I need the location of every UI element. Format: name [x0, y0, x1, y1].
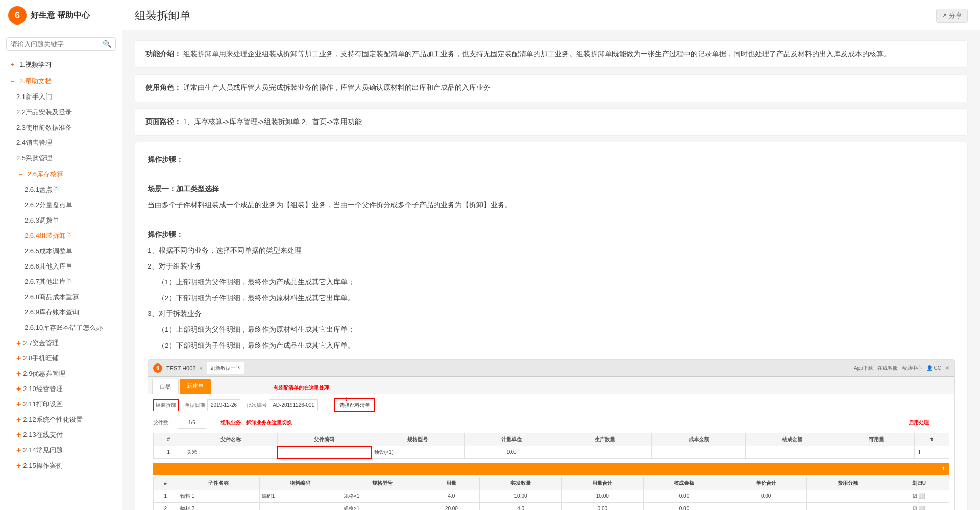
- sim-type-label: 组装拆卸: [153, 399, 179, 411]
- sidebar-item-2-6-1[interactable]: 2.6.1盘点单: [0, 182, 122, 198]
- sim-lower-th-6: 用量合计: [561, 477, 643, 490]
- sim-upper-table: # 父件名称 父件编码 规格型号 计量单位 生产数量 成本金额 核成金额 可用量…: [153, 433, 949, 459]
- sim-upper-th-6: 成本金额: [652, 433, 745, 446]
- sidebar-item-2-6-10-label: 2.6.10库存账本错了怎么办: [24, 323, 103, 332]
- sidebar-item-2-6-6-label: 2.6.6其他入库单: [24, 262, 72, 271]
- sim-lr-2-6: 0.00: [561, 502, 643, 510]
- plus-icon-2-9: +: [16, 369, 21, 378]
- sidebar-item-2-2[interactable]: 2.2产品安装及登录: [0, 105, 122, 120]
- sidebar-item-2-6-label: 2.6库存核算: [28, 169, 63, 179]
- sidebar-item-2-6-7[interactable]: 2.6.7其他出库单: [0, 274, 122, 289]
- sidebar-item-2-11-label: 2.11打印设置: [23, 400, 62, 409]
- sim-lr-2-3: 规格×1: [341, 502, 423, 510]
- sidebar-item-2-9[interactable]: + 2.9优惠券管理: [0, 366, 122, 381]
- sim-lower-th-8: 单价合计: [725, 477, 807, 490]
- minus-icon-2: −: [8, 77, 16, 85]
- sidebar-item-2-5[interactable]: 2.5采购管理: [0, 151, 122, 166]
- sidebar-item-2-6-4[interactable]: 2.6.4组装拆卸单: [0, 228, 122, 244]
- sidebar-item-2-6[interactable]: − 2.6库存核算: [0, 166, 122, 182]
- sim-upper-th-0: #: [154, 433, 184, 446]
- sidebar-item-2-8-label: 2.8手机旺铺: [23, 354, 59, 363]
- sidebar-item-2-10-label: 2.10经营管理: [23, 384, 62, 394]
- sidebar-item-2-6-9-label: 2.6.9库存账本查询: [24, 308, 79, 317]
- sim-upper-td-1-6: [652, 446, 745, 459]
- sidebar-item-2-6-5[interactable]: 2.6.5成本调整单: [0, 244, 122, 259]
- sim-type-field: 组装拆卸: [153, 399, 179, 411]
- sidebar-item-2-6-10[interactable]: 2.6.10库存账本错了怎么办: [0, 320, 122, 335]
- sim-upper-row-1: 1 关米 预设(×1) 10.0 ⬆: [154, 446, 949, 459]
- sidebar-item-2-3[interactable]: 2.3使用前数据准备: [0, 120, 122, 135]
- sidebar-item-2-11[interactable]: + 2.11打印设置: [0, 397, 122, 412]
- sim-count-value: 1/6: [178, 417, 206, 429]
- sidebar-item-2-15[interactable]: + 2.15操作案例: [0, 458, 122, 473]
- sim-title-left: 6 TEST-H002 ▾ 刷新数据一下: [153, 362, 244, 374]
- sim-lr-2-1: 物料 2: [178, 502, 259, 510]
- sim-order-field: 批次编号 AD-20191226-001: [247, 399, 318, 411]
- intro-label: 功能介绍：: [145, 50, 181, 58]
- sidebar-item-2-14[interactable]: + 2.14常见问题: [0, 443, 122, 458]
- sim-lr-1-2: 编码1: [259, 490, 341, 502]
- sim-date-label: 单据日期: [185, 400, 205, 410]
- scenario-heading: 场景一：加工类型选择: [148, 185, 219, 193]
- sim-lower-th-5: 实发数量: [480, 477, 561, 490]
- sidebar-item-1[interactable]: + 1.视频学习: [0, 57, 122, 73]
- sidebar-item-2-2-label: 2.2产品安装及登录: [16, 108, 72, 117]
- sim-upper-td-1-2: [277, 446, 371, 459]
- sidebar-item-2-13[interactable]: + 2.13在线支付: [0, 427, 122, 443]
- sim-lower-th-7: 核成金额: [643, 477, 725, 490]
- sim-lr-2-7: 0.00: [643, 502, 725, 510]
- sim-center-label: 帮助中心: [902, 363, 922, 373]
- sidebar-item-2-12[interactable]: + 2.12系统个性化设置: [0, 412, 122, 427]
- sidebar-item-2-6-5-label: 2.6.5成本调整单: [24, 247, 72, 256]
- sidebar-item-2-4[interactable]: 2.4销售管理: [0, 135, 122, 151]
- step3-sub2: （2）下部明细为子件明细，最终作为产成品生成其它入库单。: [148, 338, 955, 352]
- sim-lr-1-0: 1: [154, 490, 178, 502]
- sim-logo: 6: [153, 363, 162, 373]
- sim-tab-natural: 自然: [152, 379, 179, 394]
- sidebar-item-2-1[interactable]: 2.1新手入门: [0, 89, 122, 105]
- sim-lower-header-bar: ⬆: [153, 463, 949, 475]
- sim-anno3-label: 组装业务、拆卸业务在这里切换: [220, 418, 292, 428]
- sim-upper-th-5: 生产数量: [558, 433, 652, 446]
- sim-lr-2-2: [259, 502, 341, 510]
- sidebar-item-2-6-3[interactable]: 2.6.3调拨单: [0, 213, 122, 228]
- sidebar-item-2-6-6[interactable]: 2.6.6其他入库单: [0, 259, 122, 274]
- sim-lr-2-9: [807, 502, 889, 510]
- sim-lower-row-1: 1 物料 1 编码1 规格×1 4.0 10.00 10.00 0.00 0.0…: [154, 490, 949, 502]
- sim-upper-td-1-0: 1: [154, 446, 184, 459]
- search-box[interactable]: 🔍: [6, 37, 116, 51]
- sim-dropdown-icon: ▾: [200, 362, 203, 374]
- sim-lr-1-10: ☑ ⬜: [889, 490, 949, 502]
- sidebar-item-2-10[interactable]: + 2.10经营管理: [0, 381, 122, 397]
- sidebar-item-2-7-label: 2.7资金管理: [23, 338, 59, 348]
- sim-lower-th-4: 用量: [423, 477, 480, 490]
- ops-heading: 操作步骤：: [148, 156, 183, 163]
- sim-form-row1: 组装拆卸 单据日期 2019-12-26 批次编号 AD-20191226-00…: [153, 398, 949, 412]
- sidebar: 6 好生意 帮助中心 🔍 + 1.视频学习 − 2.帮助文档 2.1新手入门 2…: [0, 0, 122, 510]
- sidebar-item-2-6-2[interactable]: 2.6.2分量盘点单: [0, 198, 122, 213]
- sim-lr-1-9: [807, 490, 889, 502]
- search-icon[interactable]: 🔍: [103, 40, 111, 48]
- sim-lr-2-8: [725, 502, 807, 510]
- sidebar-item-2-8[interactable]: + 2.8手机旺铺: [0, 351, 122, 366]
- sim-lower-row-2: 2 物料 2 规格×1 20.00 4.0 0.00 0.00 ☑ ⬜: [154, 502, 949, 510]
- plus-icon-2-7: +: [16, 338, 21, 348]
- sim-upper-td-1-9: ⬆: [914, 446, 949, 459]
- sidebar-item-2-6-9[interactable]: 2.6.9库存账本查询: [0, 305, 122, 320]
- sidebar-item-2-6-8[interactable]: 2.6.8商品成本重算: [0, 289, 122, 305]
- sim-lower-action-icon: ⬆: [941, 464, 945, 474]
- search-input[interactable]: [11, 40, 103, 48]
- sim-upper-td-1-7: [745, 446, 839, 459]
- sim-tabs-row: 自然 新建单: [148, 377, 954, 394]
- sim-order-label: 批次编号: [247, 400, 267, 410]
- sim-lower-th-9: 费用分摊: [807, 477, 889, 490]
- sim-tab-new: 新建单: [180, 379, 211, 394]
- share-button[interactable]: ↗ 分享: [936, 9, 968, 23]
- path-label: 页面路径：: [145, 118, 181, 126]
- sidebar-item-2[interactable]: − 2.帮助文档: [0, 73, 122, 89]
- sidebar-item-2-7[interactable]: + 2.7资金管理: [0, 335, 122, 351]
- sim-form-row2: 父件数： 1/6 组装业务、拆卸业务在这里切换 启用处理: [153, 417, 949, 429]
- plus-icon-2-15: +: [16, 461, 21, 470]
- sidebar-item-2-12-label: 2.12系统个性化设置: [23, 415, 82, 424]
- sim-form-area: 组装拆卸 单据日期 2019-12-26 批次编号 AD-20191226-00…: [148, 394, 954, 510]
